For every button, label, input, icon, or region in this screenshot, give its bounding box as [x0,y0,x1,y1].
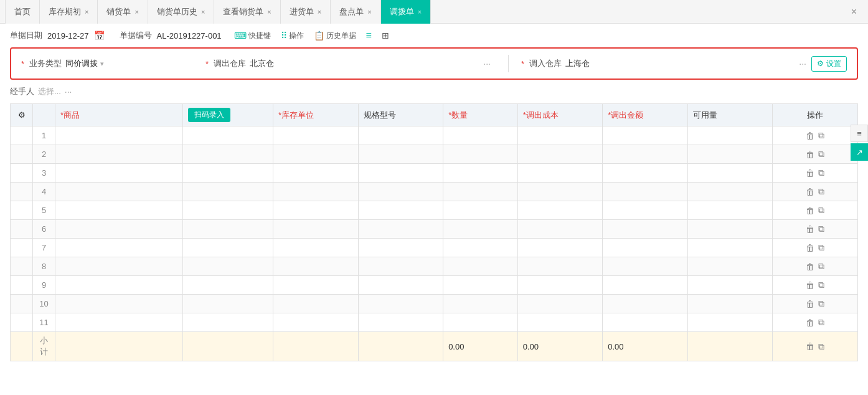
row-cost-11[interactable] [517,313,603,332]
scan-btn[interactable]: 扫码录入 [188,108,230,122]
row-unit-11[interactable] [273,313,358,332]
business-type-dropdown[interactable]: 同价调拨 ▾ [65,58,140,69]
in-warehouse-more-btn[interactable]: ··· [794,59,811,69]
row-spec-10[interactable] [358,295,443,313]
row-amount-11[interactable] [603,313,688,332]
row-cost-3[interactable] [517,164,603,183]
shortcuts-btn[interactable]: ⌨ 快捷键 [234,31,271,41]
row-product-5[interactable] [55,201,183,220]
tab-sales-history[interactable]: 销货单历史 × [148,0,214,24]
delete-row-3-icon[interactable]: 🗑 [806,168,814,178]
row-amount-2[interactable] [603,145,688,164]
row-amount-9[interactable] [603,276,688,295]
row-amount-8[interactable] [603,257,688,276]
tab-inventory-init[interactable]: 库存期初 × [40,0,98,24]
delete-row-8-icon[interactable]: 🗑 [806,262,814,272]
close-tab-transfer[interactable]: × [418,8,422,16]
close-tab-inventory-check[interactable]: × [367,8,371,16]
row-cost-8[interactable] [517,257,603,276]
row-cost-4[interactable] [517,183,603,201]
row-product-6[interactable] [55,220,183,239]
row-amount-3[interactable] [603,164,688,183]
close-tab-purchase[interactable]: × [318,8,321,16]
row-product-4[interactable] [55,183,183,201]
copy-row-1-icon[interactable]: ⧉ [818,130,824,141]
copy-row-6-icon[interactable]: ⧉ [818,224,824,234]
row-cost-1[interactable] [517,126,603,145]
row-product-7[interactable] [55,239,183,257]
tab-purchase[interactable]: 进货单 × [281,0,331,24]
copy-row-9-icon[interactable]: ⧉ [818,280,824,290]
tab-sales-order[interactable]: 销货单 × [98,0,148,24]
delete-row-9-icon[interactable]: 🗑 [806,280,814,290]
operations-btn[interactable]: ⠿ 操作 [281,31,304,41]
handler-more-btn[interactable]: ··· [65,87,72,97]
row-unit-9[interactable] [273,276,358,295]
handler-input[interactable]: 选择... [38,86,61,97]
row-amount-7[interactable] [603,239,688,257]
out-warehouse-value[interactable]: 北京仓 [250,58,274,69]
table-gear-icon[interactable]: ⚙ [18,110,26,120]
copy-row-11-icon[interactable]: ⧉ [818,317,824,328]
row-cost-5[interactable] [517,201,603,220]
row-spec-11[interactable] [358,313,443,332]
close-all-tabs[interactable]: × [845,6,863,17]
row-spec-6[interactable] [358,220,443,239]
row-cost-6[interactable] [517,220,603,239]
delete-row-10-icon[interactable]: 🗑 [806,299,814,309]
copy-row-2-icon[interactable]: ⧉ [818,149,824,159]
row-amount-5[interactable] [603,201,688,220]
close-tab-sales-order[interactable]: × [134,8,138,16]
row-qty-3[interactable] [443,164,518,183]
tab-home[interactable]: 首页 [5,0,40,24]
row-qty-11[interactable] [443,313,518,332]
copy-row-5-icon[interactable]: ⧉ [818,205,824,216]
row-qty-9[interactable] [443,276,518,295]
row-spec-5[interactable] [358,201,443,220]
row-qty-7[interactable] [443,239,518,257]
tab-inventory-check[interactable]: 盘点单 × [331,0,380,24]
tab-transfer[interactable]: 调拨单 × [381,0,431,24]
row-spec-8[interactable] [358,257,443,276]
grid-view-btn[interactable]: ⊞ [382,31,389,40]
subtotal-copy-icon[interactable]: ⧉ [818,341,824,352]
row-spec-7[interactable] [358,239,443,257]
row-cost-10[interactable] [517,295,603,313]
row-unit-10[interactable] [273,295,358,313]
row-amount-10[interactable] [603,295,688,313]
copy-row-8-icon[interactable]: ⧉ [818,261,824,272]
close-tab-inventory-init[interactable]: × [85,8,88,16]
calendar-icon[interactable]: 📅 [94,31,105,40]
row-qty-10[interactable] [443,295,518,313]
th-settings[interactable]: ⚙ [11,104,33,126]
list-view-btn[interactable]: ≡ [366,30,372,41]
row-product-9[interactable] [55,276,183,295]
row-cost-7[interactable] [517,239,603,257]
row-unit-6[interactable] [273,220,358,239]
row-qty-2[interactable] [443,145,518,164]
row-qty-1[interactable] [443,126,518,145]
row-spec-1[interactable] [358,126,443,145]
row-spec-9[interactable] [358,276,443,295]
copy-row-4-icon[interactable]: ⧉ [818,186,824,197]
row-cost-9[interactable] [517,276,603,295]
copy-row-7-icon[interactable]: ⧉ [818,242,824,253]
out-warehouse-more-btn[interactable]: ··· [478,59,496,69]
row-unit-1[interactable] [273,126,358,145]
delete-row-6-icon[interactable]: 🗑 [806,224,814,234]
copy-row-10-icon[interactable]: ⧉ [818,298,824,309]
close-tab-view-sales[interactable]: × [267,8,271,16]
delete-row-2-icon[interactable]: 🗑 [806,150,814,159]
settings-btn[interactable]: ⚙ 设置 [811,56,847,72]
row-unit-5[interactable] [273,201,358,220]
subtotal-delete-icon[interactable]: 🗑 [806,341,814,351]
row-unit-8[interactable] [273,257,358,276]
row-product-8[interactable] [55,257,183,276]
delete-row-1-icon[interactable]: 🗑 [806,131,814,141]
row-qty-6[interactable] [443,220,518,239]
row-product-2[interactable] [55,145,183,164]
delete-row-11-icon[interactable]: 🗑 [806,318,814,328]
close-tab-sales-history[interactable]: × [201,8,205,16]
row-product-10[interactable] [55,295,183,313]
delete-row-7-icon[interactable]: 🗑 [806,243,814,253]
